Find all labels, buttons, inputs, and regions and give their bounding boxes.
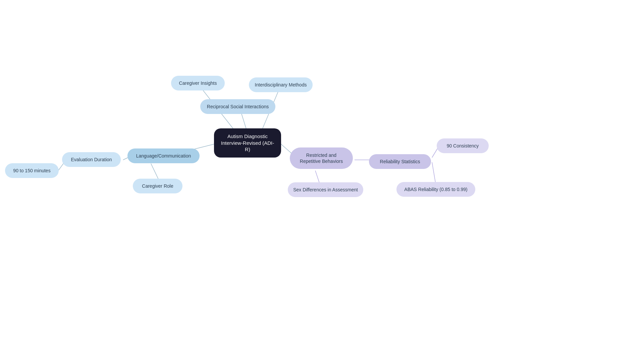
restricted-repetitive-node[interactable]: Restricted and Repetitive Behaviors <box>290 147 353 169</box>
svg-line-6 <box>151 164 158 179</box>
interdisciplinary-node[interactable]: Interdisciplinary Methods <box>249 77 313 92</box>
evaluation-duration-node[interactable]: Evaluation Duration <box>62 152 121 167</box>
reliability-statistics-node[interactable]: Reliability Statistics <box>369 154 431 169</box>
svg-line-7 <box>281 144 292 154</box>
ninety-consistency-node[interactable]: 90 Consistency <box>437 138 489 153</box>
center-node[interactable]: Autism Diagnostic Interview-Revised (ADI… <box>214 128 281 158</box>
ninety-to-150-node[interactable]: 90 to 150 minutes <box>5 163 59 178</box>
reciprocal-social-node[interactable]: Reciprocal Social Interactions <box>200 99 275 114</box>
caregiver-role-node[interactable]: Caregiver Role <box>133 179 182 193</box>
abas-reliability-node[interactable]: ABAS Reliability (0.85 to 0.99) <box>396 182 475 197</box>
language-communication-node[interactable]: Language/Communication <box>127 148 200 163</box>
caregiver-insights-node[interactable]: Caregiver Insights <box>171 76 225 90</box>
sex-differences-node[interactable]: Sex Differences in Assessment <box>288 182 363 197</box>
svg-line-8 <box>315 171 319 183</box>
